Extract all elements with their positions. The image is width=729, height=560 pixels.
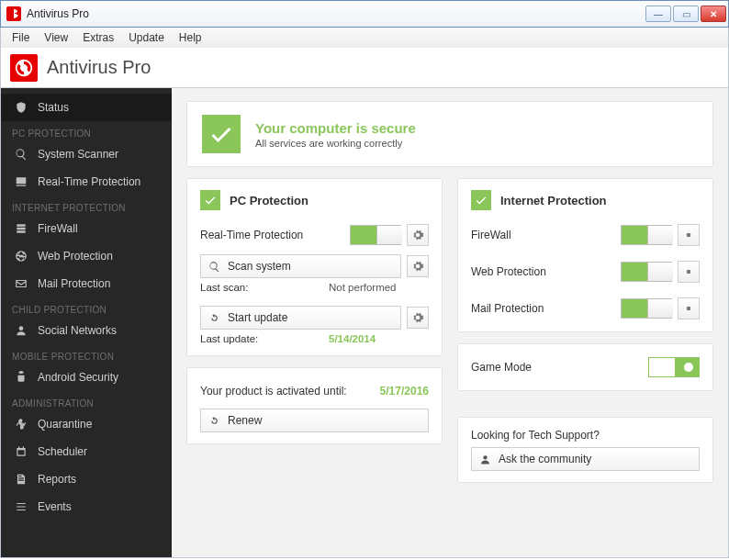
- activation-panel: Your product is activated until: 5/17/20…: [186, 367, 443, 444]
- sidebar-item-label: FireWall: [38, 222, 78, 235]
- main-content: Your computer is secure All services are…: [172, 88, 728, 557]
- realtime-protection-label: Real-Time Protection: [200, 229, 350, 241]
- mail-protection-settings-button[interactable]: [678, 297, 700, 319]
- update-button-label: Start update: [228, 311, 287, 324]
- app-icon: [6, 6, 21, 21]
- check-icon: [471, 190, 491, 210]
- web-protection-label: Web Protection: [471, 265, 621, 278]
- game-mode-toggle[interactable]: [648, 357, 700, 377]
- menu-bar: File View Extras Update Help: [0, 28, 729, 48]
- firewall-settings-button[interactable]: [678, 224, 700, 246]
- renew-button-label: Renew: [228, 414, 262, 427]
- panel-title: PC Protection: [230, 194, 308, 207]
- sidebar-section-internet: INTERNET PROTECTION: [1, 196, 172, 215]
- sidebar-item-realtime-protection[interactable]: Real-Time Protection: [1, 168, 172, 196]
- window-title: Antivirus Pro: [27, 7, 89, 20]
- realtime-protection-toggle[interactable]: [350, 225, 401, 245]
- sidebar-item-reports[interactable]: Reports: [1, 465, 172, 493]
- last-update-value: 5/14/2014: [329, 333, 376, 344]
- monitor-icon: [14, 174, 28, 189]
- sidebar-section-mobile: MOBILE PROTECTION: [1, 344, 172, 364]
- web-protection-settings-button[interactable]: [678, 261, 700, 283]
- sidebar-item-label: Mail Protection: [38, 277, 110, 290]
- shield-icon: [14, 100, 28, 115]
- status-banner: Your computer is secure All services are…: [186, 101, 713, 167]
- sidebar-item-mail-protection[interactable]: Mail Protection: [1, 270, 172, 297]
- person-icon: [479, 454, 491, 465]
- sidebar-item-social-networks[interactable]: Social Networks: [1, 317, 172, 344]
- close-button[interactable]: ✕: [701, 6, 726, 22]
- scan-settings-button[interactable]: [407, 255, 429, 277]
- search-icon: [208, 261, 220, 273]
- globe-icon: [14, 249, 28, 263]
- refresh-icon: [208, 415, 220, 427]
- mail-icon: [14, 276, 28, 291]
- window-controls: — ▭ ✕: [645, 6, 726, 22]
- activation-label: Your product is activated until:: [200, 385, 380, 398]
- menu-file[interactable]: File: [5, 29, 37, 46]
- maximize-button[interactable]: ▭: [673, 6, 699, 22]
- window-titlebar: Antivirus Pro — ▭ ✕: [0, 0, 729, 28]
- list-icon: [14, 499, 28, 514]
- sidebar-item-web-protection[interactable]: Web Protection: [1, 242, 172, 270]
- status-subline: All services are working correctly: [255, 138, 416, 149]
- status-headline: Your computer is secure: [255, 120, 416, 136]
- start-update-button[interactable]: Start update: [200, 306, 401, 330]
- people-icon: [14, 323, 28, 338]
- panel-title: Internet Protection: [500, 194, 607, 207]
- mail-protection-toggle[interactable]: [621, 298, 672, 319]
- firewall-toggle[interactable]: [621, 225, 672, 245]
- sidebar: Status PC PROTECTION System Scanner Real…: [1, 88, 172, 557]
- game-mode-label: Game Mode: [471, 361, 648, 374]
- sidebar-item-label: Web Protection: [38, 250, 113, 263]
- last-scan-value: Not performed: [329, 282, 397, 293]
- menu-extras[interactable]: Extras: [75, 29, 121, 46]
- sidebar-item-firewall[interactable]: FireWall: [1, 215, 172, 242]
- pc-protection-panel: PC Protection Real-Time Protection Scan …: [186, 178, 443, 356]
- search-icon: [14, 147, 28, 162]
- app-name: Antivirus Pro: [47, 57, 151, 78]
- sidebar-item-label: Events: [38, 500, 72, 513]
- avira-logo-icon: [10, 54, 38, 82]
- menu-view[interactable]: View: [37, 29, 75, 46]
- sidebar-item-scheduler[interactable]: Scheduler: [1, 438, 172, 465]
- ask-community-label: Ask the community: [499, 453, 591, 465]
- biohazard-icon: [14, 417, 28, 431]
- sidebar-item-events[interactable]: Events: [1, 493, 172, 521]
- realtime-protection-settings-button[interactable]: [407, 224, 429, 246]
- game-mode-panel: Game Mode: [457, 343, 713, 391]
- sidebar-section-pc: PC PROTECTION: [1, 121, 172, 140]
- sidebar-item-status[interactable]: Status: [1, 94, 172, 121]
- check-icon: [200, 190, 220, 210]
- web-protection-toggle[interactable]: [621, 262, 672, 282]
- sidebar-section-admin: ADMINISTRATION: [1, 391, 172, 410]
- support-question: Looking for Tech Support?: [471, 429, 700, 442]
- last-scan-label: Last scan:: [200, 282, 329, 293]
- android-icon: [14, 370, 28, 385]
- scan-system-button[interactable]: Scan system: [200, 254, 401, 278]
- last-update-label: Last update:: [200, 333, 329, 344]
- sidebar-item-label: Quarantine: [38, 418, 92, 431]
- menu-update[interactable]: Update: [121, 29, 172, 46]
- document-icon: [14, 472, 28, 487]
- support-panel: Looking for Tech Support? Ask the commun…: [457, 417, 713, 483]
- internet-protection-panel: Internet Protection FireWall Web Protect…: [457, 178, 713, 332]
- sidebar-item-quarantine[interactable]: Quarantine: [1, 410, 172, 438]
- sidebar-item-system-scanner[interactable]: System Scanner: [1, 140, 172, 168]
- sidebar-item-android-security[interactable]: Android Security: [1, 364, 172, 391]
- minimize-button[interactable]: —: [645, 6, 671, 22]
- renew-button[interactable]: Renew: [200, 409, 429, 432]
- app-header: Antivirus Pro: [0, 48, 729, 88]
- sidebar-item-label: Reports: [38, 473, 76, 486]
- sidebar-item-label: Status: [38, 101, 69, 114]
- calendar-icon: [14, 444, 28, 459]
- ask-community-button[interactable]: Ask the community: [471, 447, 700, 471]
- firewall-icon: [14, 221, 28, 236]
- update-settings-button[interactable]: [407, 307, 429, 329]
- sidebar-item-label: Social Networks: [38, 324, 117, 337]
- sidebar-item-label: System Scanner: [38, 148, 118, 161]
- sidebar-item-label: Real-Time Protection: [38, 175, 140, 188]
- menu-help[interactable]: Help: [172, 29, 209, 46]
- refresh-icon: [208, 312, 220, 324]
- status-check-icon: [202, 115, 241, 153]
